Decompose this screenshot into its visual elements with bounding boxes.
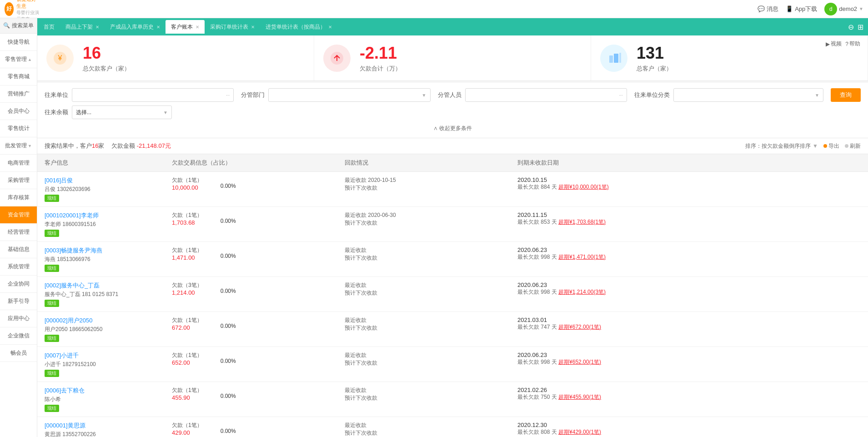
close-icon[interactable]: ✕ <box>156 25 160 30</box>
ellipsis-icon: ··· <box>226 93 230 98</box>
top-bar-right: 💬 消息 📱 App下载 d demo2 ▼ <box>758 3 863 15</box>
sidebar-item-members[interactable]: 会员中心 <box>0 103 37 120</box>
sidebar-item-enterprise-wechat[interactable]: 企业微信 <box>0 327 37 345</box>
sidebar-item-label: 基础信息 <box>8 246 30 252</box>
help-label: 帮助 <box>849 40 860 48</box>
debt-pct: 0.00% <box>221 358 236 364</box>
app-download-button[interactable]: 📱 App下载 <box>786 5 817 13</box>
sidebar-item-operations[interactable]: 经营管理 <box>0 224 37 241</box>
overdue-link[interactable]: 超期¥672.00(1笔) <box>558 324 601 330</box>
sidebar-item-finance[interactable]: 资金管理 <box>0 206 37 224</box>
source-category-select[interactable]: ▼ <box>673 88 823 102</box>
refresh-button[interactable]: 刷新 <box>845 142 861 150</box>
sidebar-search[interactable]: 🔍 搜索菜单 <box>0 18 37 34</box>
sidebar-item-purchase[interactable]: 采购管理 <box>0 172 37 189</box>
export-icon <box>823 144 827 148</box>
customer-name-link[interactable]: [0001020001]李老师 <box>45 212 99 219</box>
tab-product-history[interactable]: 产成品入库单历史 ✕ <box>105 20 166 34</box>
sidebar-item-marketing[interactable]: 营销推广 <box>0 85 37 103</box>
branch-dept-select[interactable]: ▼ <box>268 88 430 102</box>
filter-branch-dept: 分管部门 ▼ <box>241 88 430 102</box>
overdue-link[interactable]: 超期¥1,214.00(3笔) <box>558 289 606 295</box>
overdue-link[interactable]: 超期¥10,000.00(1笔) <box>558 184 609 190</box>
overdue-link[interactable]: 超期¥652.00(1笔) <box>558 359 601 365</box>
sidebar-item-label: 新手引导 <box>8 298 30 304</box>
sort-label: 排序：按欠款金额倒序排序 <box>745 142 811 150</box>
search-button[interactable]: 查询 <box>831 88 861 102</box>
window-minimize-icon[interactable]: ⊖ <box>848 23 854 31</box>
tab-purchase-order-stats[interactable]: 采购订单统计表 ✕ <box>205 20 260 34</box>
overdue-link[interactable]: 超期¥1,703.68(1笔) <box>558 219 606 225</box>
sidebar-item-base-info[interactable]: 基础信息 <box>0 241 37 258</box>
sidebar: 🔍 搜索菜单 快捷导航 零售管理 ▲ 零售商城 营销推广 会员中心 零售统计 <box>0 18 37 437</box>
customer-name-link[interactable]: [0016]吕俊 <box>45 177 73 184</box>
sidebar-item-label: 电商管理 <box>8 160 30 166</box>
message-label: 消息 <box>767 5 778 13</box>
sidebar-item-vip[interactable]: 畅会员 <box>0 345 37 362</box>
table-row: [0003]畅捷服务尹海燕 海燕 18513066976 现结 欠款（1笔） 1… <box>37 242 868 277</box>
debt-info-cell: 欠款（1笔） 10,000.00 0.00% <box>165 172 337 207</box>
debt-amount: 1,214.00 <box>172 289 202 296</box>
window-maximize-icon[interactable]: ⊞ <box>858 23 863 31</box>
due-date: 2020.11.15 <box>517 211 861 218</box>
close-icon[interactable]: ✕ <box>251 25 255 30</box>
export-label: 导出 <box>828 142 839 150</box>
tab-purchase-by-product[interactable]: 进货单统计表（按商品） ✕ <box>260 20 337 34</box>
balance-select[interactable]: 选择... ▼ <box>72 105 172 119</box>
sidebar-item-quick-nav[interactable]: 快捷导航 <box>0 34 37 51</box>
sidebar-item-enterprise-collab[interactable]: 企业协同 <box>0 276 37 293</box>
customer-name-link[interactable]: [000001]黄思源 <box>45 422 85 429</box>
search-icon: 🔍 <box>3 22 10 29</box>
close-icon[interactable]: ✕ <box>95 25 99 30</box>
sidebar-item-retail-mall[interactable]: 零售商城 <box>0 68 37 85</box>
customer-contact: 小进千 18279152100 <box>45 361 157 368</box>
sidebar-item-system[interactable]: 系统管理 <box>0 258 37 276</box>
due-date-cell: 2021.03.01 最长欠款 747 天 超期¥672.00(1笔) <box>510 312 868 347</box>
tab-product-listing[interactable]: 商品上下架 ✕ <box>60 20 105 34</box>
sidebar-item-retail-mgmt[interactable]: 零售管理 ▲ <box>0 51 37 68</box>
video-label: 视频 <box>831 40 842 48</box>
debt-pct: 0.00% <box>221 323 236 329</box>
collapse-filter-button[interactable]: ∧ 收起更多条件 <box>45 123 861 134</box>
customer-name-link[interactable]: [0002]服务中心_丁磊 <box>45 282 100 289</box>
summary-card-3: 131 总客户（家） ▶ 视频 ? 帮助 <box>591 35 868 80</box>
svg-text:¥: ¥ <box>58 54 62 62</box>
overdue-link[interactable]: 超期¥429.00(1笔) <box>558 429 601 435</box>
customer-info-cell: [0003]畅捷服务尹海燕 海燕 18513066976 现结 <box>37 242 165 277</box>
user-menu[interactable]: d demo2 ▼ <box>824 3 863 15</box>
sidebar-item-wholesale-mgmt[interactable]: 批发管理 ▼ <box>0 137 37 155</box>
sidebar-item-retail-stats[interactable]: 零售统计 <box>0 120 37 137</box>
customer-name-link[interactable]: [000002]用户2050 <box>45 317 93 324</box>
sidebar-item-guide[interactable]: 新手引导 <box>0 293 37 310</box>
customer-contact: 海燕 18513066976 <box>45 256 157 263</box>
overdue-link[interactable]: 超期¥455.90(1笔) <box>558 394 601 400</box>
video-button[interactable]: ▶ 视频 <box>826 40 842 48</box>
debt-info-cell: 欠款（1笔） 429.00 0.00% <box>165 417 337 437</box>
message-button[interactable]: 💬 消息 <box>758 5 778 13</box>
sidebar-item-app-center[interactable]: 应用中心 <box>0 310 37 327</box>
source-unit-input[interactable]: ··· <box>72 88 234 102</box>
customer-contact: 用户2050 18665062050 <box>45 326 157 333</box>
close-icon[interactable]: ✕ <box>196 25 199 30</box>
customer-info-cell: [0002]服务中心_丁磊 服务中心_丁磊 181 0125 8371 现结 <box>37 277 165 312</box>
debt-count: 欠款（1笔） <box>172 422 202 429</box>
customer-name-link[interactable]: [0006]去下粮仓 <box>45 387 85 394</box>
tab-customer-ledger[interactable]: 客户账本 ✕ <box>166 20 205 34</box>
help-button[interactable]: ? 帮助 <box>845 40 860 48</box>
card-2-value: -2.11 <box>360 44 401 63</box>
balance-select-text: 选择... <box>76 109 91 116</box>
sidebar-item-ecommerce[interactable]: 电商管理 <box>0 155 37 172</box>
export-button[interactable]: 导出 <box>823 142 839 150</box>
sidebar-item-inventory[interactable]: 库存核算 <box>0 189 37 206</box>
branch-person-input[interactable]: ··· <box>465 88 627 102</box>
last-payment: 最近收款 2020-06-30 <box>345 211 503 219</box>
debt-amount: 672.00 <box>172 324 202 331</box>
overdue-link[interactable]: 超期¥1,471.00(1笔) <box>558 254 606 260</box>
debt-info-cell: 欠款（1笔） 455.90 0.00% <box>165 382 337 417</box>
tab-home[interactable]: 首页 <box>38 20 60 34</box>
customer-name-link[interactable]: [0007]小进千 <box>45 352 79 359</box>
sidebar-item-label: 企业协同 <box>8 281 30 287</box>
customer-name-link[interactable]: [0003]畅捷服务尹海燕 <box>45 247 102 254</box>
sort-selector[interactable]: 排序：按欠款金额倒序排序 ▼ <box>745 142 818 150</box>
close-icon[interactable]: ✕ <box>328 25 332 30</box>
